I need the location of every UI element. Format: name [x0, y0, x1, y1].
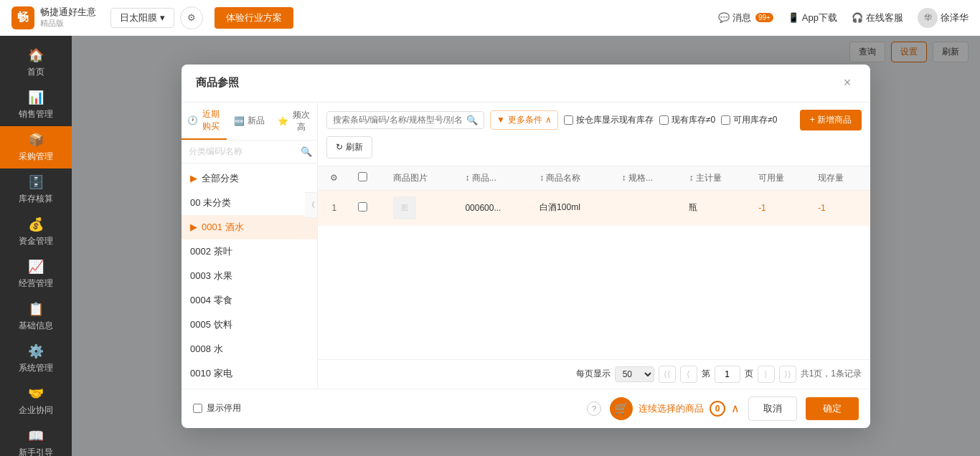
- category-search-input[interactable]: [189, 146, 296, 156]
- prev-page-button[interactable]: ⟨: [680, 366, 697, 383]
- usable-stock-checkbox[interactable]: 可用库存≠0: [721, 114, 777, 126]
- chevron-down-icon: ▾: [160, 12, 165, 23]
- message-icon: 💬: [718, 12, 730, 23]
- cell-name: 白酒100ml: [532, 190, 615, 225]
- gear-button[interactable]: ⚙: [180, 6, 203, 29]
- category-label: 0010 家电: [190, 367, 232, 380]
- cell-available: -1: [751, 190, 811, 225]
- tab-new-product[interactable]: 🆕 新品: [227, 103, 272, 140]
- confirm-button[interactable]: 确定: [806, 397, 859, 420]
- cell-code: 000600...: [458, 190, 532, 225]
- first-page-button[interactable]: ⟨⟨: [659, 366, 676, 383]
- col-settings[interactable]: ⚙: [318, 166, 351, 191]
- user-menu[interactable]: 华 徐泽华: [918, 8, 969, 28]
- operations-icon: 📈: [28, 259, 44, 275]
- sidebar-item-cooperation[interactable]: 🤝 企业协同: [0, 380, 72, 422]
- next-page-button[interactable]: ⟩: [758, 366, 775, 383]
- col-unit[interactable]: ↕ 主计量: [682, 166, 751, 191]
- sidebar-item-operations[interactable]: 📈 经营管理: [0, 253, 72, 295]
- frequent-icon: ⭐: [278, 116, 288, 126]
- sidebar-item-basic[interactable]: 📋 基础信息: [0, 295, 72, 338]
- category-label: 0003 水果: [190, 270, 232, 282]
- page-number-input[interactable]: [715, 366, 740, 383]
- app-download-label: App下载: [802, 11, 837, 24]
- cancel-button[interactable]: 取消: [748, 396, 797, 421]
- finance-icon: 💰: [28, 217, 44, 232]
- category-item-0001[interactable]: ▶ 0001 酒水: [182, 215, 317, 239]
- expand-icon: ▶: [190, 173, 197, 184]
- usable-stock-input[interactable]: [721, 115, 730, 125]
- logo-text-wrap: 畅捷通好生意 精品版: [40, 6, 96, 29]
- col-checkbox[interactable]: [351, 166, 386, 191]
- category-item-0004[interactable]: 0004 零食: [182, 288, 317, 313]
- trial-button[interactable]: 体验行业方案: [215, 7, 293, 29]
- category-label: 0004 零食: [190, 294, 232, 307]
- headset-icon: 🎧: [852, 12, 863, 23]
- recent-label: 近期购买: [201, 108, 221, 133]
- col-spec[interactable]: ↕ 规格...: [615, 166, 682, 191]
- sidebar-item-purchase[interactable]: 📦 采购管理: [0, 126, 72, 168]
- collapse-sidebar-button[interactable]: 《: [305, 192, 318, 218]
- product-table-wrap: ⚙ 商品图片 ↕ 商品... ↕ 商品名称 ↕ 规格... ↕ 主计量 可用量: [318, 166, 870, 359]
- select-all-checkbox[interactable]: [358, 172, 367, 181]
- warehouse-checkbox-input[interactable]: [564, 115, 573, 125]
- col-available: 可用量: [751, 166, 811, 191]
- app-download-button[interactable]: 📱 App下载: [788, 11, 837, 24]
- available-stock-input[interactable]: [659, 115, 669, 125]
- message-label: 消息: [732, 11, 751, 24]
- category-label: 00 未分类: [190, 196, 231, 209]
- sidebar-item-guide[interactable]: 📖 新手引导: [0, 422, 72, 456]
- category-item-0005[interactable]: 0005 饮料: [182, 313, 317, 337]
- purchase-icon: 📦: [28, 132, 44, 148]
- sidebar-item-home[interactable]: 🏠 首页: [0, 42, 72, 84]
- tab-frequent[interactable]: ⭐ 频次高: [272, 103, 317, 140]
- dialog-close-button[interactable]: ×: [839, 75, 856, 92]
- help-button[interactable]: ?: [587, 402, 601, 416]
- category-label: 0008 水: [190, 343, 223, 356]
- cell-checkbox[interactable]: [351, 190, 386, 225]
- sidebar-item-system[interactable]: ⚙️ 系统管理: [0, 338, 72, 380]
- app-edition: 精品版: [40, 18, 96, 29]
- category-item-0010[interactable]: 0010 家电: [182, 361, 317, 386]
- table-row[interactable]: 1 图 000600... 白酒100ml 瓶: [318, 190, 870, 225]
- store-selector[interactable]: 日太阳膜 ▾: [110, 8, 174, 28]
- system-icon: ⚙️: [28, 343, 44, 359]
- last-page-button[interactable]: ⟩⟩: [779, 366, 796, 383]
- warehouse-label: 按仓库显示现有库存: [576, 114, 654, 126]
- product-search-input[interactable]: [333, 115, 462, 125]
- content-area: 🔍 ▼ 更多条件 ∧ 按仓库显示现有库存: [318, 103, 870, 389]
- collapse-cart-button[interactable]: ∧: [731, 402, 740, 415]
- per-page-select[interactable]: 50 100 200: [615, 366, 654, 382]
- show-disabled-input[interactable]: [193, 404, 202, 413]
- sidebar-item-sales[interactable]: 📊 销售管理: [0, 84, 72, 126]
- search-icon[interactable]: 🔍: [466, 115, 478, 125]
- add-product-button[interactable]: + 新增商品: [800, 110, 862, 130]
- cart-icon[interactable]: 🛒: [610, 397, 633, 420]
- col-code[interactable]: ↕ 商品...: [458, 166, 532, 191]
- toolbar: 🔍 ▼ 更多条件 ∧ 按仓库显示现有库存: [318, 103, 870, 166]
- category-item-0002[interactable]: 0002 茶叶: [182, 239, 317, 264]
- show-disabled-checkbox[interactable]: 显示停用: [193, 402, 241, 414]
- refresh-button[interactable]: ↻ 刷新: [326, 136, 372, 158]
- app-name: 畅捷通好生意: [40, 6, 96, 19]
- category-item-0008[interactable]: 0008 水: [182, 337, 317, 361]
- sidebar-item-inventory[interactable]: 🗄️ 库存核算: [0, 168, 72, 211]
- category-list: ▶ 全部分类 00 未分类 ▶ 0001 酒水 0002 茶: [182, 163, 317, 389]
- available-stock-checkbox[interactable]: 现有库存≠0: [659, 114, 715, 126]
- product-table: ⚙ 商品图片 ↕ 商品... ↕ 商品名称 ↕ 规格... ↕ 主计量 可用量: [318, 166, 870, 226]
- tab-recent-purchase[interactable]: 🕐 近期购买: [182, 103, 227, 140]
- cart-section: 🛒 连续选择的商品 0 ∧: [610, 397, 740, 420]
- category-item-00[interactable]: 00 未分类: [182, 191, 317, 215]
- row-checkbox[interactable]: [358, 202, 367, 212]
- more-filter-button[interactable]: ▼ 更多条件 ∧: [490, 110, 558, 130]
- messages-button[interactable]: 💬 消息 99+: [718, 11, 773, 24]
- warehouse-display-checkbox[interactable]: 按仓库显示现有库存: [564, 114, 654, 126]
- col-name[interactable]: ↕ 商品名称: [532, 166, 615, 191]
- category-item-all[interactable]: ▶ 全部分类: [182, 166, 317, 191]
- sidebar-item-label: 资金管理: [19, 235, 53, 247]
- home-icon: 🏠: [28, 47, 44, 63]
- category-item-0003[interactable]: 0003 水果: [182, 264, 317, 288]
- online-service-button[interactable]: 🎧 在线客服: [852, 11, 903, 24]
- cell-stock: -1: [811, 190, 870, 225]
- sidebar-item-finance[interactable]: 💰 资金管理: [0, 211, 72, 253]
